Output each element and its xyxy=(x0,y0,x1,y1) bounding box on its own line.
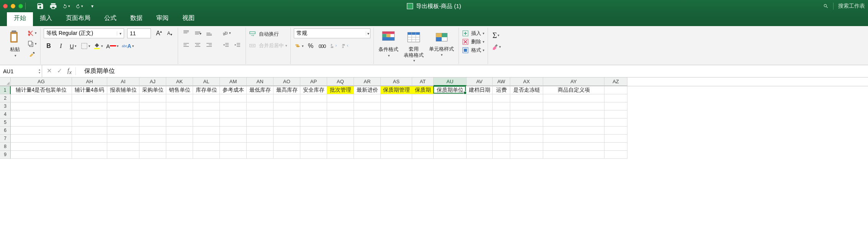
cell-AI9[interactable] xyxy=(107,151,139,159)
cell-AW2[interactable] xyxy=(493,94,510,102)
row-header-8[interactable]: 8 xyxy=(0,143,11,151)
cell-AS1[interactable]: 保质期管理 xyxy=(381,86,412,94)
cell-AG9[interactable] xyxy=(11,151,72,159)
cell-AN5[interactable] xyxy=(247,118,274,127)
increase-indent-button[interactable] xyxy=(233,41,242,50)
number-format-input[interactable] xyxy=(294,30,366,36)
cell-AK5[interactable] xyxy=(166,118,193,127)
align-bottom-button[interactable] xyxy=(204,28,214,38)
cell-AJ8[interactable] xyxy=(139,143,166,151)
column-header-AH[interactable]: AH xyxy=(72,77,107,86)
cell-AR4[interactable] xyxy=(354,110,381,118)
decrease-font-button[interactable]: A▾ xyxy=(165,29,175,38)
cell-AQ5[interactable] xyxy=(327,118,354,127)
column-header-AI[interactable]: AI xyxy=(107,77,139,86)
cell-AU7[interactable] xyxy=(434,135,467,143)
cell-AL7[interactable] xyxy=(193,135,220,143)
cell-AV6[interactable] xyxy=(467,127,493,135)
cell-AY9[interactable] xyxy=(543,151,604,159)
cell-AU4[interactable] xyxy=(434,110,467,118)
cell-AO5[interactable] xyxy=(274,118,300,127)
column-header-AQ[interactable]: AQ xyxy=(327,77,354,86)
column-header-AJ[interactable]: AJ xyxy=(139,77,166,86)
cell-AX1[interactable]: 是否走冻链 xyxy=(510,86,543,94)
cell-AW5[interactable] xyxy=(493,118,510,127)
cell-AQ8[interactable] xyxy=(327,143,354,151)
cell-AV7[interactable] xyxy=(467,135,493,143)
namebox-down[interactable]: ▾ xyxy=(39,71,40,74)
column-header-AP[interactable]: AP xyxy=(300,77,327,86)
cell-AL3[interactable] xyxy=(193,102,220,110)
cell-AG5[interactable] xyxy=(11,118,72,127)
underline-button[interactable]: U▾ xyxy=(68,41,78,51)
cell-AZ6[interactable] xyxy=(604,127,627,135)
tab-公式[interactable]: 公式 xyxy=(97,11,123,26)
cell-AL4[interactable] xyxy=(193,110,220,118)
cell-AX7[interactable] xyxy=(510,135,543,143)
cell-AQ6[interactable] xyxy=(327,127,354,135)
cell-AM6[interactable] xyxy=(220,127,247,135)
cell-AO2[interactable] xyxy=(274,94,300,102)
cell-AS5[interactable] xyxy=(381,118,412,127)
align-center-button[interactable] xyxy=(193,41,203,50)
cell-AP4[interactable] xyxy=(300,110,327,118)
undo-icon[interactable]: ▾ xyxy=(62,2,70,10)
cell-AP7[interactable] xyxy=(300,135,327,143)
cell-AN7[interactable] xyxy=(247,135,274,143)
cell-AT5[interactable] xyxy=(412,118,434,127)
row-header-3[interactable]: 3 xyxy=(0,102,11,110)
formula-input[interactable] xyxy=(80,68,868,75)
cell-AU2[interactable] xyxy=(434,94,467,102)
cell-AK6[interactable] xyxy=(166,127,193,135)
delete-cells-button[interactable]: 删除▾ xyxy=(462,38,485,45)
cell-AY3[interactable] xyxy=(543,102,604,110)
cell-AM3[interactable] xyxy=(220,102,247,110)
cell-AX9[interactable] xyxy=(510,151,543,159)
align-left-button[interactable] xyxy=(181,41,191,50)
column-header-AG[interactable]: AG xyxy=(11,77,72,86)
column-header-AS[interactable]: AS xyxy=(381,77,412,86)
cell-AV3[interactable] xyxy=(467,102,493,110)
redo-icon[interactable]: ▾ xyxy=(75,2,83,10)
cell-AG7[interactable] xyxy=(11,135,72,143)
cell-AJ5[interactable] xyxy=(139,118,166,127)
cell-AR3[interactable] xyxy=(354,102,381,110)
cell-AY8[interactable] xyxy=(543,143,604,151)
align-right-button[interactable] xyxy=(204,41,214,50)
cell-AQ1[interactable]: 批次管理 xyxy=(327,86,354,94)
cut-button[interactable]: ▾ xyxy=(27,28,37,38)
cell-AT4[interactable] xyxy=(412,110,434,118)
cell-AJ7[interactable] xyxy=(139,135,166,143)
cell-AO9[interactable] xyxy=(274,151,300,159)
borders-button[interactable]: ▾ xyxy=(80,41,91,51)
cell-AL6[interactable] xyxy=(193,127,220,135)
format-painter-button[interactable] xyxy=(27,50,37,59)
cell-AT1[interactable]: 保质期 xyxy=(412,86,434,94)
cell-AU9[interactable] xyxy=(434,151,467,159)
cell-AM4[interactable] xyxy=(220,110,247,118)
cell-AU8[interactable] xyxy=(434,143,467,151)
tab-插入[interactable]: 插入 xyxy=(33,11,59,26)
cell-AO4[interactable] xyxy=(274,110,300,118)
cell-AX6[interactable] xyxy=(510,127,543,135)
cell-AX2[interactable] xyxy=(510,94,543,102)
cell-AO6[interactable] xyxy=(274,127,300,135)
search-field[interactable]: 搜索工作表 xyxy=(823,3,865,10)
cell-AR5[interactable] xyxy=(354,118,381,127)
cell-AS4[interactable] xyxy=(381,110,412,118)
cell-AX3[interactable] xyxy=(510,102,543,110)
cell-AH4[interactable] xyxy=(72,110,107,118)
cell-AI8[interactable] xyxy=(107,143,139,151)
tab-数据[interactable]: 数据 xyxy=(123,11,149,26)
cell-AX8[interactable] xyxy=(510,143,543,151)
row-header-7[interactable]: 7 xyxy=(0,135,11,143)
cell-AP9[interactable] xyxy=(300,151,327,159)
cell-AR9[interactable] xyxy=(354,151,381,159)
conditional-formatting-button[interactable]: 条件格式▾ xyxy=(377,28,400,58)
cell-AU1[interactable]: 保质期单位 xyxy=(434,86,467,94)
minimize-window-button[interactable] xyxy=(11,4,15,8)
cell-AZ9[interactable] xyxy=(604,151,627,159)
print-icon[interactable] xyxy=(49,2,57,10)
column-header-AW[interactable]: AW xyxy=(493,77,510,86)
cell-AV8[interactable] xyxy=(467,143,493,151)
